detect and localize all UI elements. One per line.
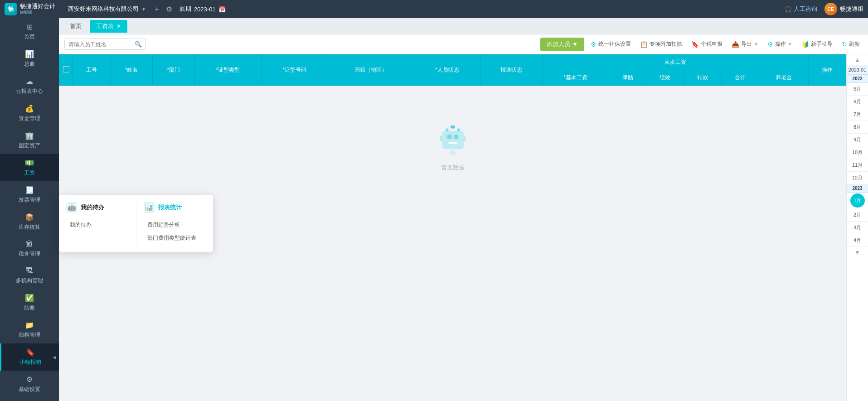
company-dropdown-arrow[interactable]: ▼ <box>141 7 146 12</box>
top-bar-actions: ＋ ⚙ <box>153 5 172 14</box>
month-nav-up[interactable]: ▲ <box>847 54 868 65</box>
month-oct-2022[interactable]: 10月 <box>847 146 868 159</box>
user-area[interactable]: CE 畅捷通组 <box>824 3 863 15</box>
sidebar-item-closing[interactable]: ✅ 结账 <box>0 289 59 316</box>
month-sep-2022[interactable]: 9月 <box>847 134 868 146</box>
popup-cols: 🤖 我的待办 我的待办 📊 报表统计 费用趋势分析 部门费用类型统计表 <box>66 202 206 245</box>
operations-action[interactable]: ⚙ 操作 ▼ <box>765 39 795 50</box>
th-total: 合计 <box>721 70 759 86</box>
month-jul-2022[interactable]: 7月 <box>847 108 868 121</box>
cloud-icon: ☁ <box>26 77 33 86</box>
guide-action[interactable]: 🔰 新手引导 <box>799 39 835 50</box>
sidebar-item-invoice[interactable]: 🧾 发票管理 <box>0 181 59 208</box>
multi-org-icon: 🏗 <box>26 267 33 275</box>
sidebar-label-multi-org: 多机构管理 <box>16 277 43 285</box>
calendar-icon[interactable]: 📅 <box>218 6 226 13</box>
month-nov-2022[interactable]: 11月 <box>847 159 868 172</box>
month-dec-2022[interactable]: 12月 <box>847 172 868 184</box>
month-sidebar: ▲ 2023.01 2022 5月 6月 7月 8月 9月 10月 11月 12… <box>846 54 868 401</box>
refresh-action[interactable]: ↻ 刷新 <box>839 39 863 50</box>
settings-icon[interactable]: ⚙ <box>166 5 172 14</box>
assets-icon: 🏢 <box>25 131 34 140</box>
popup-col-todo: 🤖 我的待办 我的待办 <box>66 202 129 245</box>
social-security-action[interactable]: ⚙ 统一社保设置 <box>588 39 634 50</box>
guide-label: 新手引导 <box>811 40 833 48</box>
th-deduction: 扣款 <box>684 70 722 86</box>
th-id-type: *证型类型 <box>195 55 262 86</box>
th-status: *人员状态 <box>414 55 480 86</box>
th-id-no: *证型号码 <box>261 55 328 86</box>
popup-item-mytodo[interactable]: 我的待办 <box>66 218 129 232</box>
sidebar-item-tax[interactable]: 🏛 税务管理 <box>0 236 59 262</box>
tab-salary[interactable]: 工资表 ✕ <box>90 20 127 33</box>
service-button[interactable]: 🎧 人工咨询 <box>785 5 817 13</box>
checkbox-header[interactable] <box>59 55 73 86</box>
headset-icon: 🎧 <box>785 6 792 13</box>
logo-main-text: 畅捷通好会计 <box>20 3 55 10</box>
popup-todo-title: 我的待办 <box>81 203 104 212</box>
add-icon[interactable]: ＋ <box>153 5 160 14</box>
social-security-label: 统一社保设置 <box>598 40 631 48</box>
sidebar-item-ledger[interactable]: 📊 总账 <box>0 45 59 72</box>
operations-arrow-icon: ▼ <box>788 42 792 47</box>
month-jan-2023[interactable]: 1月 <box>850 193 865 208</box>
sidebar-item-expense[interactable]: 🔖 小畅报销 ◀ <box>0 343 59 371</box>
sidebar-label-salary: 工资 <box>24 169 35 177</box>
refresh-label: 刷新 <box>849 40 860 48</box>
month-apr-2023[interactable]: 4月 <box>847 234 868 247</box>
service-label: 人工咨询 <box>794 5 817 13</box>
add-person-button[interactable]: 添加人员 ▼ <box>540 38 584 51</box>
th-salary-group: 应发工资 <box>542 55 808 70</box>
th-nationality: 国籍（地区） <box>328 55 414 86</box>
tab-close-icon[interactable]: ✕ <box>116 23 121 29</box>
popup-item-expense-trend[interactable]: 费用趋势分析 <box>144 218 206 232</box>
popup-report-title: 报表统计 <box>158 203 182 212</box>
salary-table: 工号 *姓名 *部门 *证型类型 *证型号码 国籍（地区） *人员状态 报送状态… <box>59 54 846 208</box>
search-input[interactable] <box>68 41 132 48</box>
sidebar-item-multi-org[interactable]: 🏗 多机构管理 <box>0 262 59 289</box>
month-may-2022[interactable]: 5月 <box>847 83 868 96</box>
sidebar-item-cloud[interactable]: ☁ 云报表中心 <box>0 72 59 100</box>
select-all-checkbox[interactable] <box>63 66 69 72</box>
home-icon: ⊞ <box>27 23 33 31</box>
expense-arrow-icon: ◀ <box>53 355 56 360</box>
empty-state: 暂无数据 <box>59 86 846 208</box>
sidebar-item-fund[interactable]: 💰 资金管理 <box>0 100 59 127</box>
month-aug-2022[interactable]: 8月 <box>847 121 868 134</box>
tab-bar: 首页 工资表 ✕ <box>59 18 868 34</box>
sidebar: ⊞ 首页 📊 总账 ☁ 云报表中心 💰 资金管理 🏢 固定资产 💵 工资 🧾 发… <box>0 18 59 401</box>
special-deduction-icon: 📋 <box>640 41 648 48</box>
tax-filing-action[interactable]: 🔖 个税申报 <box>689 39 725 50</box>
logo-initials: 畅 <box>8 5 14 13</box>
th-report-status: 报送状态 <box>480 55 542 86</box>
tab-salary-label: 工资表 <box>96 22 114 30</box>
month-jun-2022[interactable]: 6月 <box>847 96 868 108</box>
company-area[interactable]: 西安虾米网络科技有限公司 ▼ <box>68 5 146 13</box>
export-icon: 📤 <box>732 41 739 48</box>
popup-item-dept-expense[interactable]: 部门费用类型统计表 <box>144 232 206 245</box>
closing-icon: ✅ <box>25 294 34 302</box>
sidebar-item-home[interactable]: ⊞ 首页 <box>0 18 59 45</box>
popup-col-report: 📊 报表统计 费用趋势分析 部门费用类型统计表 <box>144 202 206 245</box>
salary-icon: 💵 <box>25 159 34 167</box>
month-feb-2023[interactable]: 2月 <box>847 209 868 222</box>
popup-col-todo-header: 🤖 我的待办 <box>66 202 129 213</box>
sidebar-item-settings[interactable]: ⚙ 基础设置 <box>0 371 59 398</box>
search-box[interactable]: 🔍 <box>64 39 146 50</box>
sidebar-item-assets[interactable]: 🏢 固定资产 <box>0 127 59 154</box>
export-arrow-icon: ▼ <box>754 42 758 47</box>
svg-rect-0 <box>442 131 464 149</box>
month-nav-down[interactable]: ▼ <box>847 247 868 258</box>
special-deduction-action[interactable]: 📋 专项附加扣除 <box>637 39 685 50</box>
tax-filing-icon: 🔖 <box>691 41 699 48</box>
export-action[interactable]: 📤 导出 ▼ <box>729 39 761 50</box>
sidebar-item-inventory[interactable]: 📦 库存核算 <box>0 208 59 236</box>
month-mar-2023[interactable]: 3月 <box>847 222 868 234</box>
tab-home[interactable]: 首页 <box>63 20 88 33</box>
popup-todo-icon: 🤖 <box>66 202 77 213</box>
svg-rect-9 <box>440 135 442 141</box>
period-area: 账期 2023-01 📅 <box>179 5 226 13</box>
sidebar-item-guide[interactable]: ▶ 新手引导 <box>0 398 59 401</box>
sidebar-item-salary[interactable]: 💵 工资 <box>0 154 59 181</box>
sidebar-item-archive[interactable]: 📁 归档管理 <box>0 316 59 343</box>
